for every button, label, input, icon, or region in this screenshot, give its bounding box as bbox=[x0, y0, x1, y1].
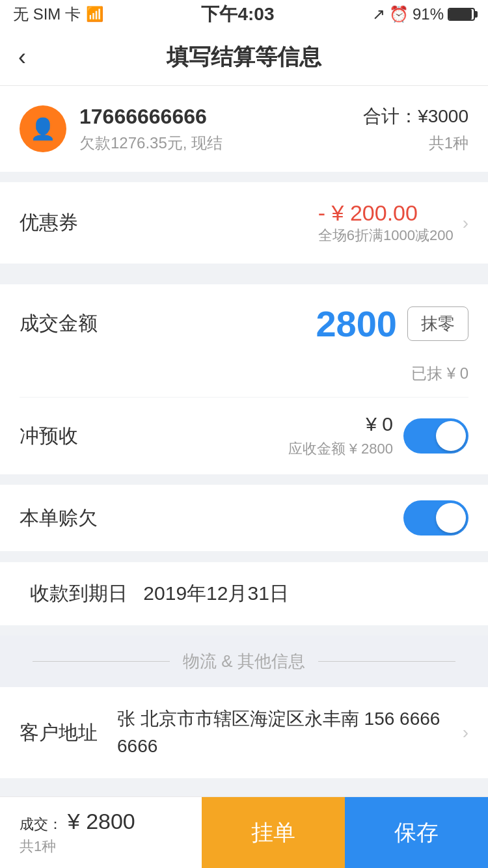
credit-toggle-knob bbox=[436, 503, 466, 533]
customer-phone: 17666666666 bbox=[79, 105, 223, 129]
status-left: 无 SIM 卡 📶 bbox=[13, 4, 103, 25]
status-right: ↗ ⏰ 91% bbox=[372, 5, 475, 23]
transaction-value: 2800 bbox=[316, 303, 397, 345]
logistics-divider: 物流 & 其他信息 bbox=[0, 636, 488, 687]
credit-toggle[interactable] bbox=[403, 500, 468, 536]
customer-right: 合计：¥3000 共1种 bbox=[363, 104, 468, 154]
customer-count: 共1种 bbox=[363, 133, 468, 154]
prepay-toggle[interactable] bbox=[403, 418, 468, 454]
coupon-label: 优惠券 bbox=[20, 210, 78, 236]
address-chevron-icon: › bbox=[463, 722, 468, 743]
transaction-label: 成交金额 bbox=[20, 310, 98, 337]
customer-total: 合计：¥3000 bbox=[363, 104, 468, 129]
status-bar: 无 SIM 卡 📶 下午4:03 ↗ ⏰ 91% bbox=[0, 0, 488, 29]
amount-row: 成交金额 2800 抹零 bbox=[0, 284, 488, 363]
amount-sub: 已抹 ¥ 0 bbox=[0, 363, 488, 397]
footer-count: 共1种 bbox=[20, 837, 182, 856]
coupon-amount: - ¥ 200.00 bbox=[318, 200, 454, 226]
footer-deal-label: 成交： bbox=[20, 816, 62, 832]
credit-label: 本单赊欠 bbox=[20, 505, 98, 532]
section-separator-2 bbox=[0, 474, 488, 485]
footer-info: 成交： ¥ 2800 共1种 bbox=[0, 809, 202, 856]
prepay-info: ¥ 0 应收金额 ¥ 2800 bbox=[288, 413, 393, 459]
customer-info: 17666666666 欠款1276.35元, 现结 bbox=[79, 105, 223, 154]
prepay-row: 冲预收 ¥ 0 应收金额 ¥ 2800 bbox=[0, 398, 488, 474]
section-separator-1 bbox=[0, 274, 488, 284]
save-button[interactable]: 保存 bbox=[345, 797, 488, 869]
address-row[interactable]: 客户地址 张 北京市市辖区海淀区永丰南 156 6666 6666 › bbox=[0, 687, 488, 778]
location-icon: ↗ bbox=[372, 5, 385, 23]
time-label: 下午4:03 bbox=[201, 2, 274, 27]
toggle-knob bbox=[436, 421, 466, 451]
amount-right: 2800 抹零 bbox=[316, 303, 468, 345]
customer-card: 👤 17666666666 欠款1276.35元, 现结 合计：¥3000 共1… bbox=[0, 86, 488, 172]
footer-deal-amount: ¥ 2800 bbox=[68, 809, 135, 834]
row-divider-2 bbox=[20, 551, 468, 552]
battery-icon bbox=[448, 8, 475, 21]
back-button[interactable]: ‹ bbox=[18, 44, 26, 71]
due-date-value: 2019年12月31日 bbox=[143, 582, 288, 604]
footer: 成交： ¥ 2800 共1种 挂单 保存 bbox=[0, 796, 488, 868]
prepay-right: ¥ 0 应收金额 ¥ 2800 bbox=[288, 413, 468, 459]
address-label: 客户地址 bbox=[20, 720, 98, 746]
prepay-receivable: 应收金额 ¥ 2800 bbox=[288, 439, 393, 459]
credit-row: 本单赊欠 bbox=[0, 485, 488, 551]
nav-bar: ‹ 填写结算等信息 bbox=[0, 29, 488, 86]
coupon-desc: 全场6折满1000减200 bbox=[318, 226, 454, 245]
content-area: 👤 17666666666 欠款1276.35元, 现结 合计：¥3000 共1… bbox=[0, 86, 488, 856]
carrier-label: 无 SIM 卡 bbox=[13, 4, 81, 25]
chevron-right-icon: › bbox=[463, 213, 468, 234]
coupon-row[interactable]: 优惠券 - ¥ 200.00 全场6折满1000减200 › bbox=[0, 182, 488, 264]
due-date-label: 收款到期日 bbox=[30, 582, 128, 604]
customer-left: 👤 17666666666 欠款1276.35元, 现结 bbox=[20, 105, 223, 154]
battery-percent: 91% bbox=[413, 5, 444, 23]
round-button[interactable]: 抹零 bbox=[407, 306, 468, 341]
avatar: 👤 bbox=[20, 105, 66, 152]
page-title: 填写结算等信息 bbox=[167, 42, 321, 72]
due-date-row: 收款到期日 2019年12月31日 bbox=[0, 562, 488, 625]
coupon-right: - ¥ 200.00 全场6折满1000减200 › bbox=[318, 200, 468, 245]
avatar-icon: 👤 bbox=[30, 116, 56, 141]
hang-button[interactable]: 挂单 bbox=[202, 797, 345, 869]
alarm-icon: ⏰ bbox=[389, 5, 409, 23]
logistics-label: 物流 & 其他信息 bbox=[183, 650, 305, 673]
prepay-label: 冲预收 bbox=[20, 423, 78, 450]
prepay-amount: ¥ 0 bbox=[288, 413, 393, 435]
address-value: 张 北京市市辖区海淀区永丰南 156 6666 6666 bbox=[117, 705, 460, 760]
footer-deal-row: 成交： ¥ 2800 bbox=[20, 809, 182, 834]
amount-section: 成交金额 2800 抹零 已抹 ¥ 0 冲预收 ¥ 0 应收金额 ¥ 2800 bbox=[0, 284, 488, 474]
customer-sub-info: 欠款1276.35元, 现结 bbox=[79, 133, 223, 154]
wifi-icon: 📶 bbox=[86, 6, 103, 23]
